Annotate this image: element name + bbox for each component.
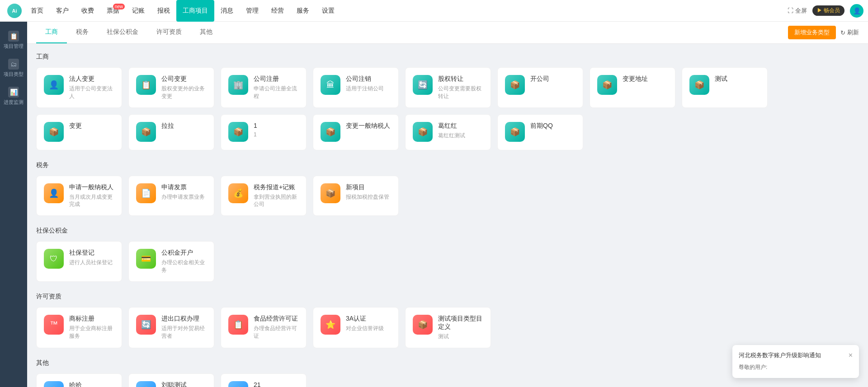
card-gs-zhuxiao[interactable]: 🏛公司注销适用于注销公司 (313, 67, 399, 108)
card-haha[interactable]: 📦哈哈 (36, 373, 122, 387)
card-info-gq-zhuanrang: 股权转让公司变更需要股权转让 (438, 75, 483, 100)
refresh-icon: ↻ (840, 29, 845, 36)
card-info-fa-biange: 法人变更适用于公司变更法人 (69, 75, 114, 100)
card-icon-lala: 📦 (136, 122, 156, 142)
nav-item-票据[interactable]: 票据new (100, 0, 126, 22)
card-biange-납세[interactable]: 📦变更一般纳税人 (313, 114, 399, 150)
nav-item-首页[interactable]: 首页 (24, 0, 50, 22)
tab-工商[interactable]: 工商 (36, 22, 67, 43)
card-gq-zhuanrang[interactable]: 🔄股权转让公司变更需要股权转让 (405, 67, 491, 108)
tab-许可资质[interactable]: 许可资质 (147, 22, 191, 43)
card-title: 测试 (715, 75, 760, 83)
card-title: 1 (254, 122, 299, 129)
nav-item-经营[interactable]: 经营 (265, 0, 290, 22)
card-icon-shebao-dengji: 🛡 (44, 249, 64, 269)
fullscreen-label: 全屏 (795, 7, 807, 15)
card-title: 食品经营许可证 (254, 315, 299, 323)
card-desc: 进行人员社保登记 (69, 259, 114, 266)
card-info-ge-honghong: 葛红红葛红红测试 (438, 122, 483, 140)
card-jinchukou[interactable]: 🔄进出口权办理适用于对外贸易经营者 (128, 307, 214, 348)
refresh-button[interactable]: ↻ 刷新 (840, 28, 859, 37)
sidebar-icon: 📋 (8, 31, 19, 42)
card-shenqing-fapiao[interactable]: 📄申请发票办理申请发票业务 (128, 176, 214, 216)
tab-税务[interactable]: 税务 (67, 22, 98, 43)
main-content: 工商税务社保公积金许可资质其他 新增业务类型 ↻ 刷新 工商👤法人变更适用于公司… (27, 22, 868, 387)
card-title: 葛红红 (438, 122, 483, 130)
sidebar-item-项目类型[interactable]: 🗂项目类型 (0, 54, 27, 82)
card-biange-dizhi[interactable]: 📦变更地址 (590, 67, 675, 108)
card-desc: 办理食品经营许可证 (254, 325, 299, 340)
avatar[interactable]: 👤 (850, 4, 863, 18)
card-icon-ceshi-xiangmu: 📦 (413, 315, 433, 335)
tab-社保公积金[interactable]: 社保公积金 (98, 22, 147, 43)
nav-item-设置[interactable]: 设置 (316, 0, 341, 22)
card-info-liucai-ceshi: 刘聪测试测试 (161, 381, 207, 387)
card-lala[interactable]: 📦拉拉 (128, 114, 214, 150)
nav-item-服务[interactable]: 服务 (290, 0, 316, 22)
tab-其他[interactable]: 其他 (191, 22, 222, 43)
card-desc: 申请公司注册全流程 (254, 85, 299, 100)
card-info-ceshi: 测试 (715, 75, 760, 85)
card-title: 社保登记 (69, 249, 114, 257)
card-3a-renzheng[interactable]: ⭐3A认证对企业信誉评级 (313, 307, 399, 348)
card-xin-xiangmu[interactable]: 📦新项目报税加税控盘保管 (313, 176, 399, 216)
nav-item-客户[interactable]: 客户 (50, 0, 75, 22)
card-icon-num21: 📦 (228, 381, 248, 387)
card-title: 新项目 (346, 183, 391, 191)
cards-grid-社保公积金: 🛡社保登记进行人员社保登记💳公积金开户办理公积金相关业务 (36, 241, 859, 282)
card-title: 变更一般纳税人 (346, 122, 391, 130)
card-ge-honghong[interactable]: 📦葛红红葛红红测试 (405, 114, 491, 150)
card-gjj-kaihu[interactable]: 💳公积金开户办理公积金相关业务 (128, 241, 214, 282)
section-title: 税务 (36, 161, 859, 169)
fullscreen-button[interactable]: ⛶ 全屏 (788, 7, 807, 15)
sidebar-label: 项目类型 (4, 71, 24, 78)
nav-items: 首页客户收费票据new记账报税工商项目消息管理经营服务设置 (24, 0, 788, 22)
card-info-lala: 拉拉 (161, 122, 207, 132)
card-shebao-dengji[interactable]: 🛡社保登记进行人员社保登记 (36, 241, 122, 282)
card-icon-gs-zhuce: 🏢 (228, 75, 248, 95)
nav-item-收费[interactable]: 收费 (75, 0, 100, 22)
card-title: 申请一般纳税人 (69, 183, 114, 191)
nav-item-管理[interactable]: 管理 (240, 0, 265, 22)
card-title: 申请发票 (161, 183, 207, 191)
card-shangbiao-zhuce[interactable]: ™商标注册用于企业商标注册服务 (36, 307, 122, 348)
card-desc: 办理申请发票业务 (161, 193, 207, 201)
card-shenqing-납세[interactable]: 👤申请一般纳税人当月或次月成变更完成 (36, 176, 122, 216)
card-baodao-jz[interactable]: 💰税务报道+记账拿到营业执照的新公司 (221, 176, 307, 216)
notification-close-button[interactable]: × (849, 351, 853, 359)
card-fa-biange[interactable]: 👤法人变更适用于公司变更法人 (36, 67, 122, 108)
sidebar-label: 进度监测 (4, 99, 24, 106)
sidebar-item-进度监测[interactable]: 📊进度监测 (0, 82, 27, 110)
card-desc: 用于企业商标注册服务 (69, 325, 114, 340)
card-liucai-ceshi[interactable]: 📦刘聪测试测试 (128, 373, 214, 387)
nav-item-报税[interactable]: 报税 (151, 0, 176, 22)
nav-item-消息[interactable]: 消息 (214, 0, 240, 22)
vip-button[interactable]: ▶ 畅会员 (812, 5, 844, 16)
card-num21[interactable]: 📦211 (221, 373, 307, 387)
card-num1[interactable]: 📦11 (221, 114, 307, 150)
card-title: 21 (254, 381, 299, 387)
card-info-shenqing-납세: 申请一般纳税人当月或次月成变更完成 (69, 183, 114, 209)
card-desc: 对企业信誉评级 (346, 325, 391, 332)
nav-item-工商项目[interactable]: 工商项目 (176, 0, 214, 22)
card-gs-biange[interactable]: 📋公司变更股权变更外的业务变更 (128, 67, 214, 108)
add-business-type-button[interactable]: 新增业务类型 (788, 26, 836, 39)
refresh-label: 刷新 (847, 28, 859, 37)
card-title: 股权转让 (438, 75, 483, 83)
card-info-kai-gongsi: 开公司 (530, 75, 576, 85)
nav-item-记账[interactable]: 记账 (126, 0, 151, 22)
card-desc: 股权变更外的业务变更 (161, 85, 207, 100)
card-qianqi-qq[interactable]: 📦前期QQ (497, 114, 583, 150)
card-ceshi[interactable]: 📦测试 (682, 67, 768, 108)
cards-grid-工商: 👤法人变更适用于公司变更法人📋公司变更股权变更外的业务变更🏢公司注册申请公司注册… (36, 67, 859, 150)
card-kai-gongsi[interactable]: 📦开公司 (497, 67, 583, 108)
logo[interactable]: Ai (5, 1, 24, 21)
card-shipin-xuke[interactable]: 📋食品经营许可证办理食品经营许可证 (221, 307, 307, 348)
notification-content: 尊敬的用户: (739, 363, 853, 372)
card-ceshi-xiangmu[interactable]: 📦测试项目类型目定义测试 (405, 307, 491, 348)
card-biange2[interactable]: 📦变更 (36, 114, 122, 150)
card-gs-zhuce[interactable]: 🏢公司注册申请公司注册全流程 (221, 67, 307, 108)
card-icon-shangbiao-zhuce: ™ (44, 315, 64, 335)
vip-label: 畅会员 (824, 7, 840, 14)
sidebar-item-项目管理[interactable]: 📋项目管理 (0, 26, 27, 54)
